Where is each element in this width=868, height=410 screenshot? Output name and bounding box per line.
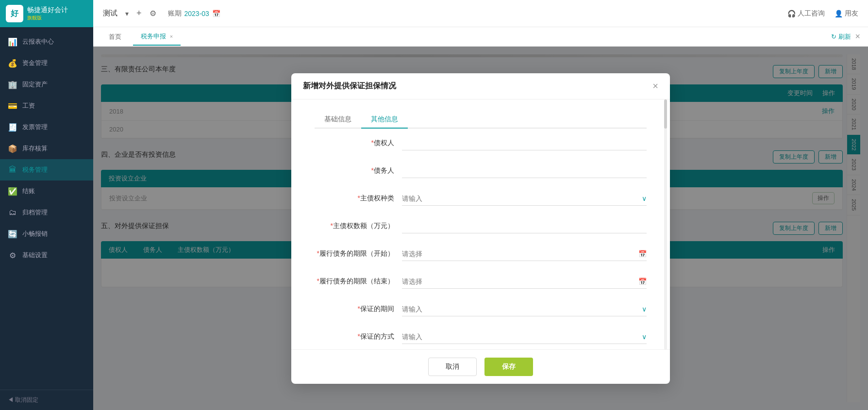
guarantee-period-input[interactable] xyxy=(402,302,642,316)
guarantee-method-field-row: *保证的方式 ∨ xyxy=(315,330,647,344)
debt-amount-input[interactable] xyxy=(402,219,647,233)
xiaochang-icon: 🔄 xyxy=(8,229,17,239)
period-end-date-wrap: 📅 xyxy=(402,275,647,289)
debt-amount-input-wrap xyxy=(402,219,647,233)
save-button[interactable]: 保存 xyxy=(484,358,533,376)
sidebar-item-settings[interactable]: ⚙ 基础设置 xyxy=(0,245,93,266)
debt-type-input[interactable] xyxy=(402,192,642,205)
modal-header: 新增对外提供保证担保情况 × xyxy=(291,73,670,99)
logo-icon: 好 xyxy=(6,5,23,22)
tab-close-icon[interactable]: × xyxy=(170,33,173,39)
guarantee-method-input[interactable] xyxy=(402,330,642,344)
content-area: 三、有限责任公司本年度 复制上年度 新增 变更时间 操作 xyxy=(93,47,868,410)
add-guarantee-modal: 新增对外提供保证担保情况 × 基础信息 其他信息 xyxy=(291,73,670,384)
period-end-calendar-icon[interactable]: 📅 xyxy=(638,278,647,285)
period-start-input[interactable] xyxy=(402,247,638,261)
calendar-icon[interactable]: 📅 xyxy=(212,10,220,17)
service-label: 人工咨询 xyxy=(798,9,825,18)
guarantee-method-dropdown-icon[interactable]: ∨ xyxy=(642,333,647,341)
logo-text: 畅捷通好会计 xyxy=(27,6,68,14)
modal-scrollbar[interactable] xyxy=(664,99,667,350)
cloud-report-icon: 📊 xyxy=(8,37,17,47)
period-end-label: *履行债务的期限（结束） xyxy=(315,277,402,286)
user-icon: 👤 xyxy=(835,10,843,17)
refresh-button[interactable]: ↻ 刷新 xyxy=(831,33,851,41)
user-label: 用友 xyxy=(845,9,858,18)
sidebar-item-inventory[interactable]: 📦 库存核算 xyxy=(0,138,93,159)
refresh-icon: ↻ xyxy=(831,33,836,40)
form-tabs: 基础信息 其他信息 xyxy=(315,111,647,129)
sidebar-footer[interactable]: ◀ 取消固定 xyxy=(0,390,93,410)
settings-gear-icon[interactable]: ⚙ xyxy=(150,9,156,18)
modal-scrollbar-thumb xyxy=(664,99,667,129)
period-area: 账期 2023-03 📅 xyxy=(168,9,220,18)
settings-icon: ⚙ xyxy=(8,250,17,260)
sidebar-item-cloud-report[interactable]: 📊 云报表中心 xyxy=(0,31,93,52)
customer-service-button[interactable]: 🎧 人工咨询 xyxy=(787,9,825,18)
period-start-date-wrap: 📅 xyxy=(402,247,647,261)
creditor-input[interactable] xyxy=(402,136,647,150)
archive-icon: 🗂 xyxy=(8,208,17,217)
sidebar-footer-label: ◀ 取消固定 xyxy=(8,396,38,404)
debt-type-field-row: *主债权种类 ∨ xyxy=(315,192,647,206)
sidebar-item-fund-mgmt[interactable]: 💰 资金管理 xyxy=(0,52,93,74)
debt-type-dropdown-icon[interactable]: ∨ xyxy=(642,195,647,202)
guarantee-period-label: *保证的期间 xyxy=(315,305,402,313)
invoice-icon: 🧾 xyxy=(8,122,17,132)
logo-area: 好 畅捷通好会计 旗舰版 xyxy=(0,0,93,27)
fixed-assets-icon: 🏢 xyxy=(8,80,17,89)
modal-close-button[interactable]: × xyxy=(652,81,658,91)
debtor-field-row: *债务人 xyxy=(315,164,647,178)
tax-icon: 🏛 xyxy=(8,165,17,175)
modal-title: 新增对外提供保证担保情况 xyxy=(303,81,396,91)
form-tab-basic[interactable]: 基础信息 xyxy=(315,111,361,129)
debtor-input[interactable] xyxy=(402,164,647,178)
sidebar-item-xiaochang[interactable]: 🔄 小畅报销 xyxy=(0,223,93,245)
sidebar-nav: 📊 云报表中心 💰 资金管理 🏢 固定资产 💳 工资 🧾 发票管理 📦 xyxy=(0,27,93,390)
debtor-label: *债务人 xyxy=(315,166,402,175)
tab-home[interactable]: 首页 xyxy=(101,29,129,45)
logo-badge: 旗舰版 xyxy=(27,15,68,21)
sidebar-item-invoice[interactable]: 🧾 发票管理 xyxy=(0,116,93,138)
sidebar-item-payroll[interactable]: 💳 工资 xyxy=(0,95,93,116)
tabs-bar: 首页 税务申报 × ↻ 刷新 × xyxy=(93,27,868,47)
sidebar-label-cloud-report: 云报表中心 xyxy=(22,37,54,46)
guarantee-period-field-row: *保证的期间 ∨ xyxy=(315,302,647,316)
sidebar-label-archive: 归档管理 xyxy=(22,208,48,217)
sidebar-item-closing[interactable]: ✅ 结账 xyxy=(0,180,93,202)
debt-type-label: *主债权种类 xyxy=(315,194,402,203)
modal-footer: 取消 保存 xyxy=(291,349,670,384)
topbar: 测试 ▾ + ⚙ 账期 2023-03 📅 🎧 人工咨询 👤 用友 xyxy=(93,0,868,27)
guarantee-method-label: *保证的方式 xyxy=(315,332,402,341)
sidebar-label-inventory: 库存核算 xyxy=(22,144,48,153)
period-start-field-row: *履行债务的期限（开始） 📅 xyxy=(315,247,647,261)
modal-overlay: 新增对外提供保证担保情况 × 基础信息 其他信息 xyxy=(93,47,868,410)
sidebar-item-fixed-assets[interactable]: 🏢 固定资产 xyxy=(0,74,93,95)
sidebar-label-fund-mgmt: 资金管理 xyxy=(22,59,48,67)
period-label: 账期 xyxy=(168,9,182,18)
debtor-input-wrap xyxy=(402,164,647,178)
guarantee-period-dropdown-icon[interactable]: ∨ xyxy=(642,305,647,313)
cancel-button[interactable]: 取消 xyxy=(428,358,477,376)
period-end-field-row: *履行债务的期限（结束） 📅 xyxy=(315,275,647,289)
add-icon[interactable]: + xyxy=(136,8,142,18)
sidebar-item-tax[interactable]: 🏛 税务管理 xyxy=(0,159,93,180)
creditor-input-wrap xyxy=(402,136,647,150)
headset-icon: 🎧 xyxy=(787,10,796,17)
sidebar-item-archive[interactable]: 🗂 归档管理 xyxy=(0,202,93,223)
sidebar-label-fixed-assets: 固定资产 xyxy=(22,80,48,89)
payroll-icon: 💳 xyxy=(8,101,17,111)
period-end-input[interactable] xyxy=(402,275,638,288)
closing-icon: ✅ xyxy=(8,186,17,196)
period-start-calendar-icon[interactable]: 📅 xyxy=(638,250,647,258)
user-menu-button[interactable]: 👤 用友 xyxy=(835,9,858,18)
sidebar-label-tax: 税务管理 xyxy=(22,165,48,174)
company-dropdown-icon[interactable]: ▾ xyxy=(125,10,129,17)
form-tab-other[interactable]: 其他信息 xyxy=(361,111,408,129)
sidebar: 好 畅捷通好会计 旗舰版 📊 云报表中心 💰 资金管理 🏢 固定资产 💳 工资 xyxy=(0,0,93,410)
tab-tax-report[interactable]: 税务申报 × xyxy=(133,28,181,46)
debt-type-select-wrap: ∨ xyxy=(402,192,647,206)
topbar-right: 🎧 人工咨询 👤 用友 xyxy=(787,9,858,18)
panel-close-icon[interactable]: × xyxy=(855,32,860,42)
sidebar-label-payroll: 工资 xyxy=(22,101,35,110)
